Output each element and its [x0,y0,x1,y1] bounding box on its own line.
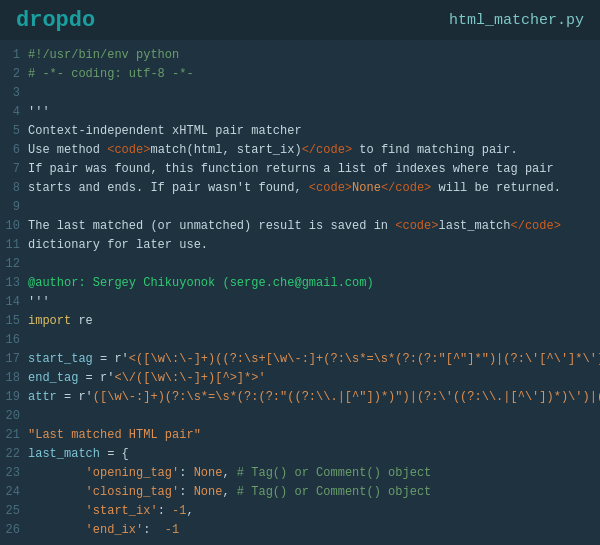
code-token: = r' [93,352,129,366]
line-content: Context-independent xHTML pair matcher [28,122,302,141]
code-token: : [179,466,193,480]
code-token: 'start_ix' [86,504,158,518]
code-line: 16 [0,331,600,350]
code-token: <code> [395,219,438,233]
code-token: <([\w\:\-]+)((?:\s+[\w\-:]+(?:\s*=\s*(?:… [129,352,600,366]
code-token: starts and ends. If pair wasn't found, [28,181,309,195]
filename: html_matcher.py [449,12,584,29]
line-number: 12 [0,255,28,274]
code-token: , [186,504,193,518]
code-token: # Tag() or Comment() object [237,485,431,499]
code-token: </code> [381,181,431,195]
line-number: 16 [0,331,28,350]
code-token: # -*- coding: utf-8 -*- [28,67,194,81]
code-line: 11dictionary for later use. [0,236,600,255]
code-line: 17start_tag = r'<([\w\:\-]+)((?:\s+[\w\-… [0,350,600,369]
code-token: </code> [302,143,352,157]
code-token: : [158,504,172,518]
code-token: None [194,485,223,499]
code-line: 21"Last matched HTML pair" [0,426,600,445]
code-token: <code> [309,181,352,195]
line-content: 'opening_tag': None, # Tag() or Comment(… [28,464,431,483]
code-line: 14''' [0,293,600,312]
code-line: 8starts and ends. If pair wasn't found, … [0,179,600,198]
line-number: 2 [0,65,28,84]
line-number: 15 [0,312,28,331]
code-token [28,504,86,518]
code-token: <code> [107,143,150,157]
line-content: # -*- coding: utf-8 -*- [28,65,194,84]
line-number: 20 [0,407,28,426]
code-token: <\/([\w\:\-]+)[^>]*>' [114,371,265,385]
line-content: ''' [28,103,50,122]
code-token: @author: Sergey Chikuyonok (serge.che@gm… [28,276,374,290]
line-number: 6 [0,141,28,160]
line-number: 11 [0,236,28,255]
code-token: ''' [28,105,50,119]
code-token: start_tag [28,352,93,366]
code-token: = { [100,447,129,461]
line-number: 13 [0,274,28,293]
code-line: 15import re [0,312,600,331]
line-number: 1 [0,46,28,65]
code-line: 9 [0,198,600,217]
code-line: 6Use method <code>match(html, start_ix)<… [0,141,600,160]
line-content: attr = r'([\w\-:]+)(?:\s*=\s*(?:(?:"((?:… [28,388,600,407]
code-token: # Tag() or Comment() object [237,466,431,480]
code-token: : [143,523,165,537]
code-line: 25 'start_ix': -1, [0,502,600,521]
code-token: re [71,314,93,328]
code-token: If pair was found, this function returns… [28,162,554,176]
code-token: "Last matched HTML pair" [28,428,201,442]
line-number: 10 [0,217,28,236]
code-token: 'closing_tag' [86,485,180,499]
line-content: @author: Sergey Chikuyonok (serge.che@gm… [28,274,374,293]
code-token: to find matching pair. [352,143,518,157]
code-line: 26 'end_ix': -1 [0,521,600,540]
code-token: ''' [28,295,50,309]
code-token: = r' [78,371,114,385]
code-token: Use method [28,143,107,157]
code-line: 20 [0,407,600,426]
line-number: 4 [0,103,28,122]
line-number: 21 [0,426,28,445]
line-number: 17 [0,350,28,369]
code-token: = r' [57,390,93,404]
line-content: import re [28,312,93,331]
code-line: 7If pair was found, this function return… [0,160,600,179]
code-token: import [28,314,71,328]
code-line: 5Context-independent xHTML pair matcher [0,122,600,141]
line-content: 'start_ix': -1, [28,502,194,521]
line-content: 'closing_tag': None, # Tag() or Comment(… [28,483,431,502]
line-content: end_tag = r'<\/([\w\:\-]+)[^>]*>' [28,369,266,388]
line-content: The last matched (or unmatched) result i… [28,217,561,236]
line-content: #!/usr/bin/env python [28,46,179,65]
code-line: 13@author: Sergey Chikuyonok (serge.che@… [0,274,600,293]
line-content: "Last matched HTML pair" [28,426,201,445]
line-content: ''' [28,293,50,312]
code-token: dictionary for later use. [28,238,208,252]
line-number: 23 [0,464,28,483]
code-token: match(html, start_ix) [150,143,301,157]
line-content: 'end_ix': -1 [28,521,179,540]
code-token [28,523,86,537]
code-line: 22last_match = { [0,445,600,464]
code-token: ([\w\-:]+)(?:\s*=\s*(?:(?:"((?:\\.|[^"])… [93,390,600,404]
code-token: 'end_ix' [86,523,144,537]
code-token: 'opening_tag' [86,466,180,480]
logo: dropdo [16,8,95,33]
line-number: 9 [0,198,28,217]
code-token: will be returned. [431,181,561,195]
code-token: : [179,485,193,499]
code-token: None [194,466,223,480]
line-number: 5 [0,122,28,141]
line-number: 8 [0,179,28,198]
line-content: Use method <code>match(html, start_ix)</… [28,141,518,160]
code-token: </code> [511,219,561,233]
code-token: -1 [172,504,186,518]
code-line: 23 'opening_tag': None, # Tag() or Comme… [0,464,600,483]
code-line: 1#!/usr/bin/env python [0,46,600,65]
line-content: If pair was found, this function returns… [28,160,554,179]
code-line: 24 'closing_tag': None, # Tag() or Comme… [0,483,600,502]
code-token: The last matched (or unmatched) result i… [28,219,395,233]
